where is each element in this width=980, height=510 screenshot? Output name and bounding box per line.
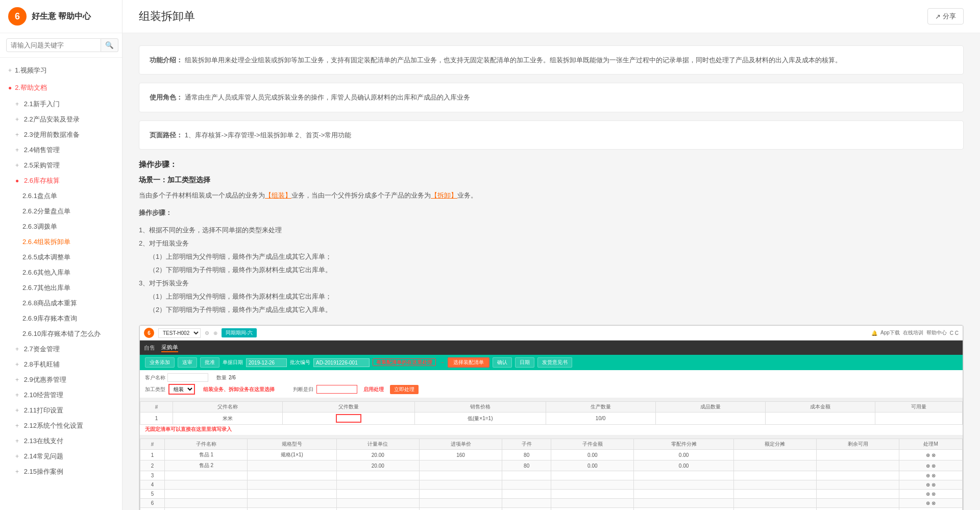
toolbar-confirm-btn[interactable]: 确认	[493, 357, 512, 368]
sidebar-item-262[interactable]: 2.6.2分量盘点单	[0, 204, 122, 219]
col-c-share: 零配件分摊	[634, 439, 733, 450]
sidebar-item-266[interactable]: 2.6.6其他入库单	[0, 265, 122, 280]
parent-row-1: 1 米米 低(量×1=1) 10/0	[140, 412, 963, 425]
period-btn[interactable]: 同期期间-六	[222, 328, 257, 337]
logo-icon: 6	[8, 7, 27, 26]
step-2-2: （2）下部明细为子件明细，最终作为原材料生成其它出库单。	[139, 263, 964, 277]
step-2: 2、对于组装业务	[139, 237, 964, 250]
toolbar-date-input[interactable]	[246, 358, 287, 367]
sidebar-item-inventory[interactable]: ● 2.6库存核算	[0, 173, 122, 188]
screenshot-container: 6 TEST-H002 ⚙ ⊕ 同期期间-六 🔔 App下载 在线培训 帮助中心	[139, 325, 964, 510]
sidebar-item-finance[interactable]: + 2.7资金管理	[0, 342, 122, 357]
intro-label: 功能介绍：	[150, 56, 183, 64]
topbar-training[interactable]: 在线培训	[903, 329, 923, 336]
company-select[interactable]: TEST-H002	[158, 328, 201, 338]
col-prod-qty: 生产数量	[546, 402, 655, 412]
sidebar-item-purchase[interactable]: + 2.5采购管理	[0, 158, 122, 173]
sidebar-item-cases[interactable]: + 2.15操作案例	[0, 464, 122, 479]
parent-qty-input[interactable]	[336, 414, 361, 423]
topbar-app-download[interactable]: App下载	[880, 329, 900, 336]
type-select[interactable]: 组装 拆卸	[168, 384, 195, 395]
annotation-text-1: 有装配清单的在这里处理	[373, 358, 436, 366]
sidebar-item-268[interactable]: 2.6.8商品成本重算	[0, 296, 122, 311]
sidebar-item-data[interactable]: + 2.3使用前数据准备	[0, 127, 122, 142]
sidebar-item-267[interactable]: 2.6.7其他出库单	[0, 280, 122, 296]
topbar-icons: 🔔	[871, 330, 877, 336]
cell-price: 低(量×1=1)	[414, 412, 546, 425]
nav-tab-purchase[interactable]: 采购单	[161, 344, 178, 352]
col-c-num: #	[140, 439, 165, 450]
topbar-user[interactable]: C C	[950, 330, 959, 336]
annotation-text-2: 组装业务、拆卸业务在这里选择	[203, 386, 275, 393]
nav-header-video[interactable]: + 1.视频学习	[0, 62, 122, 79]
col-c-price: 进项单价	[419, 439, 502, 450]
sidebar-item-263[interactable]: 2.6.3调拨单	[0, 219, 122, 234]
page-title: 组装拆卸单	[139, 9, 195, 24]
toolbar-add-btn[interactable]: 业务添加	[145, 357, 175, 368]
toolbar-audit-btn[interactable]: 送审	[178, 357, 197, 368]
intro-box: 功能介绍： 组装拆卸单用来处理企业组装或拆卸等加工业务，支持有固定装配清单的产品…	[139, 45, 964, 75]
sidebar-item-coupon[interactable]: + 2.9优惠券管理	[0, 372, 122, 387]
toolbar-approve-btn[interactable]: 批准	[200, 357, 219, 368]
cell-cost	[765, 412, 875, 425]
toolbar-select-list-btn[interactable]: 选择装配清单	[448, 357, 489, 368]
role-text: 通常由生产人员或库管人员完成拆装业务的操作，库管人员确认原材料的出库和产成品的入…	[185, 93, 470, 101]
cell-finished	[655, 412, 765, 425]
child-table-container: # 子件名称 规格型号 计量单位 进项单价 子件 子件金额 零配件分摊 额定分摊	[140, 439, 963, 510]
customer-field: 客户名称	[145, 373, 208, 382]
child-row-4: 4⊕ ⊗	[140, 480, 963, 490]
search-input[interactable]	[6, 38, 101, 52]
sidebar-item-mobile[interactable]: + 2.8手机旺辅	[0, 357, 122, 372]
child-table: # 子件名称 规格型号 计量单位 进项单价 子件 子件金额 零配件分摊 额定分摊	[140, 439, 963, 510]
sidebar-item-newbie[interactable]: + 2.1新手入门	[0, 96, 122, 112]
sidebar-item-payment[interactable]: + 2.13在线支付	[0, 433, 122, 449]
nav-tab-home[interactable]: 自售	[144, 344, 155, 352]
link-assemble[interactable]: 【组装】	[265, 191, 291, 199]
sidebar-item-269[interactable]: 2.6.9库存账本查询	[0, 311, 122, 326]
customer-input[interactable]	[167, 373, 208, 382]
share-button[interactable]: ↗ 分享	[927, 8, 964, 25]
annotation-text-3: 启用处理	[363, 386, 384, 393]
cell-name: 米米	[173, 412, 282, 425]
col-c-spec: 规格型号	[248, 439, 336, 450]
scene1-desc: 当由多个子件材料组装成一个成品的业务为【组装】业务，当由一个父件拆分成多个子产品…	[139, 189, 964, 202]
step-3: 3、对于拆装业务	[139, 277, 964, 290]
cell-qty	[282, 412, 414, 425]
page-header: 组装拆卸单 ↗ 分享	[122, 0, 980, 33]
article-body: 功能介绍： 组装拆卸单用来处理企业组装或拆卸等加工业务，支持有固定装配清单的产品…	[122, 33, 980, 510]
nav-icon-video: +	[8, 67, 12, 74]
nav-header-docs[interactable]: ● 2.帮助文档	[0, 79, 122, 96]
sidebar-item-print[interactable]: + 2.11打印设置	[0, 403, 122, 418]
child-row-7: 7⊕ ⊗	[140, 508, 963, 510]
sidebar-item-261[interactable]: 2.6.1盘点单	[0, 188, 122, 204]
toolbar-batch-label: 批次编号	[290, 359, 310, 366]
sidebar: 6 好生意 帮助中心 🔍 + 1.视频学习 ● 2.帮助文档 + 2.1新手入门	[0, 0, 122, 510]
toolbar-shipping-btn[interactable]: 发货意见书	[537, 357, 572, 368]
process-now-btn[interactable]: 立即处理	[390, 385, 419, 394]
step-list: 1、根据不同的业务，选择不同单据的类型来处理 2、对于组装业务 （1）上部明细为…	[139, 224, 964, 317]
sidebar-item-264[interactable]: 2.6.4组装拆卸单	[0, 234, 122, 250]
link-disassemble[interactable]: 【拆卸】	[431, 191, 457, 199]
batch-label2: 判断是归	[293, 386, 313, 393]
sidebar-item-265[interactable]: 2.6.5成本调整单	[0, 250, 122, 265]
sidebar-item-system[interactable]: + 2.12系统个性化设置	[0, 418, 122, 433]
topbar-help[interactable]: 帮助中心	[926, 329, 947, 336]
intro-text: 组装拆卸单用来处理企业组装或拆卸等加工业务，支持有固定装配清单的产品加工业务，也…	[185, 56, 842, 64]
sidebar-item-2610[interactable]: 2.6.10库存账本错了怎么办	[0, 326, 122, 342]
sidebar-item-faq[interactable]: + 2.14常见问题	[0, 449, 122, 464]
col-finished-qty: 成品数量	[655, 402, 765, 412]
search-button[interactable]: 🔍	[101, 38, 118, 52]
toolbar-date2-btn[interactable]: 日期	[515, 357, 534, 368]
app-screenshot: 6 TEST-H002 ⚙ ⊕ 同期期间-六 🔔 App下载 在线培训 帮助中心	[140, 326, 963, 510]
sidebar-item-ops[interactable]: + 2.10经营管理	[0, 387, 122, 403]
type-row: 加工类型 组装 拆卸 组装业务、拆卸业务在这里选择 判断是归 启用处理	[145, 384, 958, 395]
child-row-5: 5⊕ ⊗	[140, 490, 963, 499]
annotation-area-1: 有装配清单的在这里处理 →	[373, 359, 445, 366]
sidebar-item-sales[interactable]: + 2.4销售管理	[0, 142, 122, 158]
app-action-toolbar: 业务添加 送审 批准 单据日期 批次编号 有装配清单的在这里处理 → 选择装配清…	[140, 355, 963, 370]
child-row-2: 2 售品 2 20.00 80 0.00 0.00	[140, 460, 963, 471]
col-c-qty: 子件	[502, 439, 551, 450]
batch-input2[interactable]	[316, 385, 357, 394]
toolbar-batch-input[interactable]	[313, 358, 370, 367]
sidebar-item-install[interactable]: + 2.2产品安装及登录	[0, 112, 122, 127]
